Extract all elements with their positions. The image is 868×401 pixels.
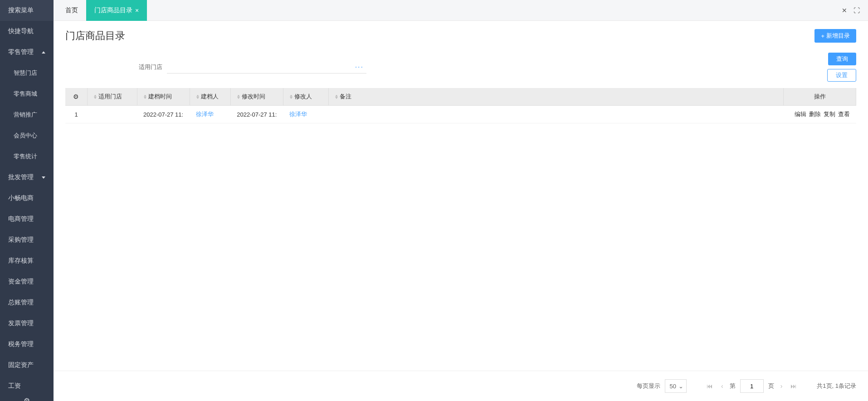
sidebar-item-label: 工资 bbox=[8, 382, 21, 390]
sidebar-item-label: 批发管理 bbox=[8, 173, 34, 181]
sidebar-item-label: 资金管理 bbox=[8, 278, 34, 286]
sidebar-item[interactable]: 智慧门店 bbox=[0, 63, 54, 83]
page-suffix: 页 bbox=[768, 382, 774, 390]
sidebar-settings-gear[interactable]: ⚙ bbox=[0, 396, 54, 401]
sort-icon bbox=[290, 95, 293, 99]
tab[interactable]: 门店商品目录× bbox=[86, 0, 147, 21]
sidebar-item[interactable]: 电商管理 bbox=[0, 209, 54, 230]
settings-button[interactable]: 设置 bbox=[827, 69, 856, 82]
sidebar-item[interactable]: 发票管理 bbox=[0, 313, 54, 334]
table-cell: 2022-07-27 11: bbox=[230, 106, 283, 123]
sort-icon bbox=[94, 95, 97, 99]
main-area: 首页门店商品目录× ✕ ⛶ 门店商品目录 + 新增目录 适用门店 ··· bbox=[54, 0, 868, 401]
catalog-table: ⚙ 适用门店建档时间建档人修改时间修改人备注操作 12022-07-27 11:… bbox=[65, 88, 856, 123]
row-action[interactable]: 查看 bbox=[838, 111, 850, 117]
lookup-icon[interactable]: ··· bbox=[355, 63, 364, 71]
chevron-down-icon: ⌄ bbox=[678, 383, 683, 390]
row-action[interactable]: 复制 bbox=[824, 111, 835, 117]
sidebar-item-label: 零售管理 bbox=[8, 48, 34, 56]
page-last-button[interactable]: ⏭ bbox=[789, 382, 799, 390]
chevron-up-icon bbox=[42, 51, 45, 54]
sidebar-item-label: 库存核算 bbox=[8, 257, 34, 265]
sidebar-item[interactable]: 搜索菜单 bbox=[0, 0, 54, 21]
close-icon[interactable]: × bbox=[135, 7, 139, 14]
row-action[interactable]: 编辑 bbox=[795, 111, 806, 117]
table-cell: 徐泽华 bbox=[283, 106, 328, 123]
sort-icon bbox=[144, 95, 146, 99]
add-catalog-button[interactable]: + 新增目录 bbox=[814, 29, 856, 43]
sidebar-item-label: 固定资产 bbox=[8, 361, 34, 369]
plus-icon: + bbox=[821, 33, 824, 39]
table-cell: 2022-07-27 11: bbox=[137, 106, 190, 123]
sidebar-item[interactable]: 快捷导航 bbox=[0, 21, 54, 42]
sidebar-item[interactable]: 小畅电商 bbox=[0, 188, 54, 209]
sidebar-item-label: 采购管理 bbox=[8, 236, 34, 244]
gear-icon: ⚙ bbox=[73, 93, 79, 100]
tab-label: 门店商品目录 bbox=[94, 6, 132, 15]
sidebar-item-label: 总账管理 bbox=[8, 298, 34, 307]
sidebar-item[interactable]: 工资 bbox=[0, 376, 54, 396]
page-prefix: 第 bbox=[730, 382, 736, 390]
search-button[interactable]: 查询 bbox=[828, 53, 856, 65]
column-header-operation: 操作 bbox=[784, 88, 856, 106]
store-filter-input[interactable] bbox=[167, 64, 355, 70]
pagination-summary: 共1页, 1条记录 bbox=[817, 382, 856, 390]
column-header[interactable]: 备注 bbox=[328, 88, 783, 106]
sidebar-item-label: 发票管理 bbox=[8, 319, 34, 328]
sidebar-item-label: 搜索菜单 bbox=[8, 6, 34, 15]
sidebar: 搜索菜单快捷导航零售管理智慧门店零售商城营销推广会员中心零售统计批发管理小畅电商… bbox=[0, 0, 54, 401]
sidebar-item[interactable]: 批发管理 bbox=[0, 167, 54, 188]
table-cell: 1 bbox=[65, 106, 87, 123]
sidebar-item-label: 智慧门店 bbox=[14, 69, 37, 77]
per-page-select[interactable]: 50 ⌄ bbox=[665, 379, 687, 393]
store-filter-input-wrap[interactable]: ··· bbox=[167, 61, 366, 73]
column-settings[interactable]: ⚙ bbox=[65, 88, 87, 106]
column-header[interactable]: 修改人 bbox=[283, 88, 328, 106]
sidebar-item-label: 小畅电商 bbox=[8, 194, 34, 202]
sidebar-item-label: 零售商城 bbox=[14, 90, 37, 98]
sidebar-item[interactable]: 零售统计 bbox=[0, 146, 54, 167]
sidebar-item[interactable]: 营销推广 bbox=[0, 104, 54, 125]
sidebar-item[interactable]: 固定资产 bbox=[0, 355, 54, 376]
tab[interactable]: 首页 bbox=[57, 0, 86, 21]
sidebar-item[interactable]: 资金管理 bbox=[0, 271, 54, 292]
column-header[interactable]: 修改时间 bbox=[230, 88, 283, 106]
store-filter-label: 适用门店 bbox=[126, 63, 162, 71]
column-header[interactable]: 建档人 bbox=[190, 88, 230, 106]
table-cell: 徐泽华 bbox=[190, 106, 230, 123]
page-title: 门店商品目录 bbox=[65, 29, 125, 43]
sidebar-item-label: 电商管理 bbox=[8, 215, 34, 223]
chevron-down-icon bbox=[42, 176, 45, 179]
column-header[interactable]: 适用门店 bbox=[87, 88, 137, 106]
sort-icon bbox=[335, 95, 338, 99]
sidebar-item-label: 税务管理 bbox=[8, 340, 34, 348]
tab-bar: 首页门店商品目录× ✕ ⛶ bbox=[54, 0, 868, 21]
sidebar-item-label: 营销推广 bbox=[14, 111, 37, 119]
table-cell bbox=[87, 106, 137, 123]
table-row: 12022-07-27 11:徐泽华2022-07-27 11:徐泽华编辑删除复… bbox=[65, 106, 856, 123]
sidebar-item[interactable]: 税务管理 bbox=[0, 334, 54, 355]
sort-icon bbox=[196, 95, 199, 99]
column-header[interactable]: 建档时间 bbox=[137, 88, 190, 106]
pagination: 每页显示 50 ⌄ ⏮ ‹ 第 页 › ⏭ 共1页, 1条记录 bbox=[54, 371, 868, 401]
sidebar-item[interactable]: 零售管理 bbox=[0, 42, 54, 63]
page-prev-button[interactable]: ‹ bbox=[719, 382, 725, 390]
table-cell-operations: 编辑删除复制查看 bbox=[784, 106, 856, 123]
sidebar-item[interactable]: 库存核算 bbox=[0, 250, 54, 271]
tab-label: 首页 bbox=[65, 6, 78, 15]
close-panel-icon[interactable]: ✕ bbox=[842, 7, 847, 14]
page-next-button[interactable]: › bbox=[779, 382, 785, 390]
page-input[interactable] bbox=[740, 379, 764, 393]
per-page-label: 每页显示 bbox=[637, 382, 660, 390]
sidebar-item-label: 会员中心 bbox=[14, 132, 37, 140]
fullscreen-icon[interactable]: ⛶ bbox=[853, 7, 860, 14]
sidebar-item[interactable]: 零售商城 bbox=[0, 83, 54, 104]
sidebar-item-label: 零售统计 bbox=[14, 152, 37, 161]
sidebar-item[interactable]: 会员中心 bbox=[0, 125, 54, 146]
row-action[interactable]: 删除 bbox=[809, 111, 821, 117]
filter-bar: 适用门店 ··· 查询 设置 bbox=[54, 46, 868, 88]
sidebar-item-label: 快捷导航 bbox=[8, 27, 34, 35]
page-first-button[interactable]: ⏮ bbox=[705, 382, 715, 390]
sidebar-item[interactable]: 采购管理 bbox=[0, 230, 54, 250]
sidebar-item[interactable]: 总账管理 bbox=[0, 292, 54, 313]
